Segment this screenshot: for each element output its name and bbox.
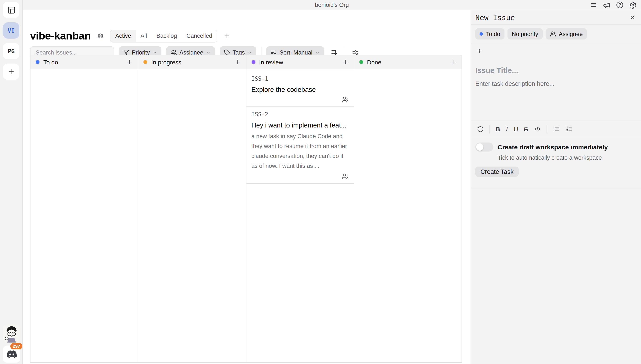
megaphone-icon <box>603 1 610 9</box>
column-header: To do <box>30 55 138 69</box>
add-workspace-button[interactable] <box>3 64 19 80</box>
bullet-list-icon <box>552 125 560 133</box>
add-property-button[interactable] <box>476 48 482 54</box>
plus-icon <box>7 68 15 76</box>
undo-button[interactable] <box>477 126 484 132</box>
column-title: Done <box>367 58 446 66</box>
workspace-initials: VI <box>8 27 15 34</box>
app-window: VI PG <box>0 0 641 364</box>
gear-icon <box>97 32 104 39</box>
tag-icon <box>224 49 230 55</box>
sort-descending-icon <box>270 49 277 56</box>
column-in-progress: In progress <box>138 55 246 362</box>
tab-backlog[interactable]: Backlog <box>152 30 182 42</box>
issue-title: Hey i want to implement a feat... <box>252 121 348 130</box>
column-in-review: In review ISS-1 Explore the codebase <box>246 55 354 362</box>
add-view-button[interactable] <box>224 32 231 40</box>
create-draft-workspace-toggle[interactable] <box>475 142 493 152</box>
help-circle-icon <box>616 1 624 8</box>
issue-description-input[interactable]: Enter task description here... <box>475 80 637 88</box>
column-body[interactable]: ISS-1 Explore the codebase ISS-2 Hey i w… <box>246 69 354 362</box>
ordered-list-button[interactable] <box>566 125 573 133</box>
column-done: Done <box>354 55 462 362</box>
workspace-item-pg[interactable]: PG <box>3 43 19 59</box>
panels-top-left-icon <box>7 6 15 14</box>
issue-card[interactable]: ISS-1 Explore the codebase <box>246 71 354 107</box>
announcements-button[interactable] <box>603 1 610 9</box>
toggle-label: Create draft workspace immediately <box>498 142 608 152</box>
top-bar: benioid's Org <box>23 0 641 10</box>
code-icon <box>534 125 541 133</box>
assignee-users-icon[interactable] <box>342 173 348 180</box>
chevron-down-icon <box>206 50 210 55</box>
column-todo: To do <box>30 55 138 362</box>
status-chip-label: To do <box>486 31 500 37</box>
discord-button[interactable]: 297 <box>3 346 20 363</box>
column-header: In progress <box>138 55 246 69</box>
kanban-board: To do In progress <box>30 55 462 363</box>
add-card-button[interactable] <box>126 59 133 65</box>
project-settings-button[interactable] <box>97 32 104 39</box>
user-avatar[interactable] <box>3 324 20 342</box>
assignee-users-icon[interactable] <box>342 96 348 103</box>
new-issue-panel: New Issue To do No priority Assignee <box>470 10 641 364</box>
divider <box>490 125 490 133</box>
add-property-row <box>471 43 641 58</box>
code-button[interactable] <box>534 125 541 133</box>
discord-notification-badge: 297 <box>10 343 22 350</box>
status-chip[interactable]: To do <box>475 28 504 40</box>
ordered-list-icon <box>566 125 573 133</box>
tab-all[interactable]: All <box>136 30 152 42</box>
menu-button[interactable] <box>590 1 597 8</box>
underline-button[interactable]: U <box>514 126 518 132</box>
add-card-button[interactable] <box>450 59 456 65</box>
add-card-button[interactable] <box>342 59 348 65</box>
hamburger-menu-icon <box>590 1 597 8</box>
tab-cancelled[interactable]: Cancelled <box>182 30 217 42</box>
plus-icon <box>224 32 231 40</box>
priority-filter-label: Priority <box>132 49 150 56</box>
panel-header: New Issue <box>471 10 641 25</box>
plus-icon <box>476 48 482 54</box>
column-body[interactable] <box>138 69 246 362</box>
tags-filter-label: Tags <box>232 49 245 56</box>
close-panel-button[interactable] <box>630 14 636 20</box>
column-header: Done <box>354 55 462 69</box>
issue-property-chips: To do No priority Assignee <box>471 25 641 43</box>
issue-title-input[interactable]: Issue Title... <box>475 66 637 75</box>
bullet-list-button[interactable] <box>552 125 560 133</box>
status-dot-done <box>359 60 363 64</box>
page-title: vibe-kanban <box>30 30 91 42</box>
column-title: In review <box>259 58 338 66</box>
chevron-down-icon <box>152 50 157 55</box>
project-title-row: vibe-kanban Active All Backlog Cancelled <box>30 30 231 42</box>
help-button[interactable] <box>616 1 624 8</box>
column-body[interactable] <box>354 69 462 362</box>
italic-button[interactable]: I <box>506 126 508 132</box>
panels-toggle-button[interactable] <box>3 2 19 18</box>
assignee-chip[interactable]: Assignee <box>546 28 587 40</box>
users-icon <box>550 31 556 37</box>
create-task-button[interactable]: Create Task <box>475 166 519 177</box>
undo-icon <box>477 126 484 132</box>
column-title: In progress <box>151 58 230 66</box>
panel-title: New Issue <box>475 13 630 22</box>
settings-button[interactable] <box>629 1 637 9</box>
status-dot-todo <box>36 60 40 64</box>
strikethrough-button[interactable]: S <box>524 126 528 132</box>
discord-icon <box>7 350 16 358</box>
add-card-button[interactable] <box>234 59 241 65</box>
users-icon <box>170 49 177 56</box>
board-page: vibe-kanban Active All Backlog Cancelled <box>23 10 470 364</box>
issue-card[interactable]: ISS-2 Hey i want to implement a feat... … <box>246 107 354 184</box>
column-body[interactable] <box>30 69 138 362</box>
bold-button[interactable]: B <box>496 126 500 132</box>
priority-chip-label: No priority <box>512 31 538 37</box>
tab-active[interactable]: Active <box>110 30 136 42</box>
gear-icon <box>629 1 637 9</box>
workspace-initials: PG <box>8 48 15 54</box>
close-icon <box>630 14 636 20</box>
workspace-item-vi[interactable]: VI <box>3 22 19 39</box>
draft-workspace-section: Create draft workspace immediately Tick … <box>471 137 641 162</box>
priority-chip[interactable]: No priority <box>508 28 542 40</box>
